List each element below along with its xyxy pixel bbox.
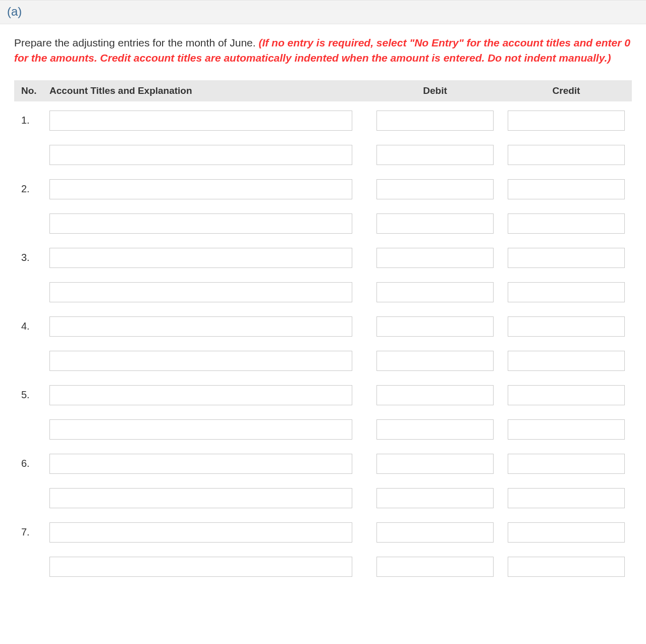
debit-input[interactable] xyxy=(376,522,494,543)
credit-input[interactable] xyxy=(508,419,625,440)
debit-input[interactable] xyxy=(376,145,494,165)
account-title-input[interactable] xyxy=(49,488,352,508)
journal-line xyxy=(14,557,632,577)
account-title-input[interactable] xyxy=(49,454,352,474)
question-content: Prepare the adjusting entries for the mo… xyxy=(0,24,646,606)
debit-input[interactable] xyxy=(376,282,494,302)
part-label: (a) xyxy=(0,0,646,24)
journal-line: 6. xyxy=(14,454,632,474)
account-title-input[interactable] xyxy=(49,213,352,234)
entry-number: 3. xyxy=(14,252,49,263)
credit-input[interactable] xyxy=(508,488,625,508)
credit-input[interactable] xyxy=(508,145,625,165)
debit-input[interactable] xyxy=(376,213,494,234)
debit-input[interactable] xyxy=(376,557,494,577)
account-title-input[interactable] xyxy=(49,557,352,577)
entry-number: 7. xyxy=(14,526,49,538)
entry-number: 5. xyxy=(14,389,49,401)
account-title-input[interactable] xyxy=(49,179,352,199)
debit-input[interactable] xyxy=(376,351,494,371)
credit-input[interactable] xyxy=(508,351,625,371)
credit-input[interactable] xyxy=(508,179,625,199)
account-title-input[interactable] xyxy=(49,351,352,371)
journal-line: 1. xyxy=(14,111,632,131)
journal-entry: 3. xyxy=(14,248,632,302)
journal-line xyxy=(14,351,632,371)
journal-entry: 7. xyxy=(14,522,632,577)
debit-input[interactable] xyxy=(376,488,494,508)
column-header-debit: Debit xyxy=(369,85,501,96)
journal-entry: 6. xyxy=(14,454,632,508)
journal-line: 4. xyxy=(14,316,632,337)
credit-input[interactable] xyxy=(508,111,625,131)
debit-input[interactable] xyxy=(376,111,494,131)
journal-line xyxy=(14,488,632,508)
debit-input[interactable] xyxy=(376,316,494,337)
credit-input[interactable] xyxy=(508,248,625,268)
journal-line xyxy=(14,282,632,302)
credit-input[interactable] xyxy=(508,385,625,405)
account-title-input[interactable] xyxy=(49,282,352,302)
journal-entry: 2. xyxy=(14,179,632,234)
journal-entry: 4. xyxy=(14,316,632,371)
instruction-plain: Prepare the adjusting entries for the mo… xyxy=(14,37,258,48)
journal-entry: 5. xyxy=(14,385,632,440)
column-header-credit: Credit xyxy=(501,85,632,96)
account-title-input[interactable] xyxy=(49,145,352,165)
journal-entry: 1. xyxy=(14,111,632,165)
entry-number: 1. xyxy=(14,115,49,126)
account-title-input[interactable] xyxy=(49,385,352,405)
journal-line xyxy=(14,145,632,165)
debit-input[interactable] xyxy=(376,248,494,268)
entry-number: 4. xyxy=(14,320,49,332)
account-title-input[interactable] xyxy=(49,248,352,268)
journal-line: 2. xyxy=(14,179,632,199)
account-title-input[interactable] xyxy=(49,522,352,543)
journal-table-header: No. Account Titles and Explanation Debit… xyxy=(14,80,632,101)
account-title-input[interactable] xyxy=(49,419,352,440)
journal-line: 3. xyxy=(14,248,632,268)
account-title-input[interactable] xyxy=(49,316,352,337)
credit-input[interactable] xyxy=(508,522,625,543)
entry-number: 2. xyxy=(14,183,49,195)
credit-input[interactable] xyxy=(508,557,625,577)
journal-line xyxy=(14,419,632,440)
debit-input[interactable] xyxy=(376,179,494,199)
journal-line: 7. xyxy=(14,522,632,543)
debit-input[interactable] xyxy=(376,419,494,440)
credit-input[interactable] xyxy=(508,282,625,302)
column-header-account: Account Titles and Explanation xyxy=(49,85,369,96)
journal-line xyxy=(14,213,632,234)
journal-line: 5. xyxy=(14,385,632,405)
credit-input[interactable] xyxy=(508,316,625,337)
entry-number: 6. xyxy=(14,458,49,469)
credit-input[interactable] xyxy=(508,213,625,234)
instructions: Prepare the adjusting entries for the mo… xyxy=(14,35,632,66)
credit-input[interactable] xyxy=(508,454,625,474)
column-header-no: No. xyxy=(14,85,49,96)
debit-input[interactable] xyxy=(376,385,494,405)
account-title-input[interactable] xyxy=(49,111,352,131)
journal-table: No. Account Titles and Explanation Debit… xyxy=(14,80,632,577)
debit-input[interactable] xyxy=(376,454,494,474)
